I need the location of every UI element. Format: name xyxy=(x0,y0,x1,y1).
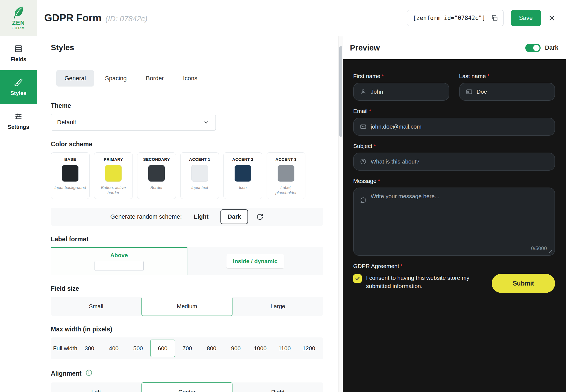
max-width-option-900[interactable]: 900 xyxy=(224,340,248,357)
scrollbar-thumb[interactable] xyxy=(339,46,342,137)
sidebar-item-fields[interactable]: Fields xyxy=(0,36,37,70)
logo-text-form: FORM xyxy=(11,26,25,30)
save-button[interactable]: Save xyxy=(511,10,541,26)
preview-header: Preview Dark xyxy=(343,36,566,59)
scrollbar[interactable] xyxy=(338,36,343,392)
info-icon[interactable] xyxy=(85,369,93,378)
swatch-color[interactable] xyxy=(105,165,122,182)
required-marker: * xyxy=(487,73,490,79)
swatch-name: ACCENT 1 xyxy=(189,157,210,162)
swatch-accent2[interactable]: ACCENT 2 Icon xyxy=(223,152,262,199)
swatch-color[interactable] xyxy=(278,165,294,182)
shortcode-box[interactable]: [zenform id="07842c"] xyxy=(407,10,504,26)
field-size-option-medium[interactable]: Medium xyxy=(142,297,233,316)
subject-field[interactable] xyxy=(353,153,555,171)
subject-input[interactable] xyxy=(371,158,549,165)
max-width-option-full[interactable]: Full width xyxy=(53,340,77,357)
label-text: Subject xyxy=(353,143,372,149)
swatch-caption: Button, active border xyxy=(97,185,130,195)
swatch-name: PRIMARY xyxy=(104,157,123,162)
tab-border[interactable]: Border xyxy=(138,70,172,87)
consent-group: I consent to having this website store m… xyxy=(353,274,482,290)
title-area: GDPR Form (ID: 07842c) xyxy=(44,12,148,24)
label-format-inside-button[interactable]: Inside / dynamic xyxy=(226,254,284,268)
last-name-field[interactable] xyxy=(459,83,555,101)
first-name-label: First name * xyxy=(353,73,449,79)
theme-label: Theme xyxy=(51,102,323,109)
swatch-caption: Label, placeholder xyxy=(270,185,302,195)
sidebar-item-label: Styles xyxy=(10,90,26,96)
swatch-color[interactable] xyxy=(148,165,165,182)
alignment-option-left[interactable]: Left xyxy=(51,382,142,392)
label-text: Message xyxy=(353,178,376,184)
help-circle-icon xyxy=(360,158,367,165)
random-light-button[interactable]: Light xyxy=(190,210,213,223)
alignment-option-center[interactable]: Center xyxy=(142,382,233,392)
swatch-secondary[interactable]: SECONDARY Border xyxy=(137,152,176,199)
consent-text: I consent to having this website store m… xyxy=(366,274,482,290)
label-format-options: Above Inside / dynamic xyxy=(51,247,323,275)
max-width-option-600[interactable]: 600 xyxy=(150,340,175,357)
max-width-option-500[interactable]: 500 xyxy=(126,340,150,357)
tab-icons[interactable]: Icons xyxy=(175,70,206,87)
app-window: ZEN FORM GDPR Form (ID: 07842c) [zenform… xyxy=(0,0,566,392)
gdpr-checkbox[interactable] xyxy=(353,274,362,283)
random-dark-button[interactable]: Dark xyxy=(220,209,248,224)
first-name-input[interactable] xyxy=(371,88,443,95)
swatch-color[interactable] xyxy=(62,165,79,182)
field-size-option-large[interactable]: Large xyxy=(232,297,323,316)
label-format-above-option[interactable]: Above xyxy=(51,247,187,275)
shortcode-text: [zenform id="07842c"] xyxy=(413,15,485,21)
max-width-option-700[interactable]: 700 xyxy=(175,340,199,357)
email-label: Email * xyxy=(353,108,555,114)
close-icon[interactable] xyxy=(548,14,556,22)
label-format-inside-option[interactable]: Inside / dynamic xyxy=(187,247,323,275)
email-input[interactable] xyxy=(371,123,549,130)
field-size-option-small[interactable]: Small xyxy=(51,297,142,316)
sidebar-item-settings[interactable]: Settings xyxy=(0,104,37,138)
max-width-option-400[interactable]: 400 xyxy=(102,340,126,357)
swatch-accent1[interactable]: ACCENT 1 Input text xyxy=(180,152,219,199)
fields-icon xyxy=(14,44,23,53)
max-width-option-1000[interactable]: 1000 xyxy=(248,340,272,357)
max-width-option-1100[interactable]: 1100 xyxy=(272,340,297,357)
dark-mode-control: Dark xyxy=(525,44,558,52)
alignment-option-right[interactable]: Right xyxy=(232,382,323,392)
max-width-option-300[interactable]: 300 xyxy=(77,340,102,357)
message-textarea[interactable] xyxy=(371,193,548,244)
theme-select[interactable]: Default xyxy=(51,114,216,131)
last-name-input[interactable] xyxy=(477,88,549,95)
message-label: Message * xyxy=(353,178,555,184)
swatch-accent3[interactable]: ACCENT 3 Label, placeholder xyxy=(267,152,305,199)
last-name-label: Last name * xyxy=(459,73,555,79)
styles-panel: Styles General Spacing Border Icons Them… xyxy=(37,36,338,392)
tab-general[interactable]: General xyxy=(56,70,94,87)
toggle-knob xyxy=(533,45,540,51)
label-text: First name xyxy=(353,73,380,79)
email-field[interactable] xyxy=(353,118,555,136)
message-field[interactable]: 0/5000 xyxy=(353,188,555,256)
max-width-option-1200[interactable]: 1200 xyxy=(297,340,321,357)
first-name-field[interactable] xyxy=(353,83,449,101)
tab-spacing[interactable]: Spacing xyxy=(97,70,135,87)
swatch-color[interactable] xyxy=(234,165,251,182)
dark-mode-toggle[interactable] xyxy=(525,44,541,52)
required-marker: * xyxy=(374,143,376,149)
swatch-name: ACCENT 2 xyxy=(232,157,253,162)
copy-icon[interactable] xyxy=(491,14,498,22)
form-id-label: (ID: 07842c) xyxy=(105,14,148,23)
id-card-icon xyxy=(466,88,473,95)
app-logo[interactable]: ZEN FORM xyxy=(0,0,37,36)
max-width-option-800[interactable]: 800 xyxy=(199,340,224,357)
refresh-icon[interactable] xyxy=(256,213,264,221)
sidebar-item-styles[interactable]: Styles xyxy=(0,70,37,104)
swatch-base[interactable]: BASE Input background xyxy=(51,152,90,199)
label-text: Email xyxy=(353,108,368,114)
label-text: Last name xyxy=(459,73,486,79)
person-icon xyxy=(360,88,367,95)
swatch-color[interactable] xyxy=(191,165,208,182)
submit-button[interactable]: Submit xyxy=(492,274,555,293)
check-icon xyxy=(355,276,360,281)
preview-panel: Preview Dark First name * xyxy=(343,36,566,392)
swatch-primary[interactable]: PRIMARY Button, active border xyxy=(94,152,133,199)
